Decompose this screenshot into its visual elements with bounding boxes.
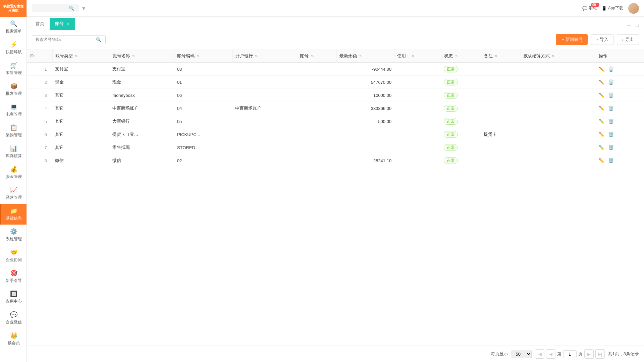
header-search-input[interactable] <box>35 6 69 11</box>
edit-button[interactable]: ✏️ <box>599 106 604 111</box>
delete-button[interactable]: 🗑️ <box>608 66 614 72</box>
bank-col-header[interactable]: 开户银行 ⇅ <box>232 49 297 63</box>
sidebar-item-新手引导[interactable]: 🎯 新手引导 <box>0 266 27 287</box>
header-dropdown-icon[interactable]: ▾ <box>82 5 85 12</box>
edit-button[interactable]: ✏️ <box>599 158 604 163</box>
page-input[interactable] <box>563 350 577 358</box>
usage-col-header[interactable]: 使用... ⇅ <box>394 49 441 63</box>
tab-home-label: 首页 <box>36 21 44 27</box>
sidebar-item-label: 应用中心 <box>6 299 22 304</box>
sidebar-item-label: 库存核算 <box>6 153 22 159</box>
sidebar-item-应用中心[interactable]: 🔲 应用中心 <box>0 287 27 308</box>
first-page-button[interactable]: |◀ <box>535 349 544 359</box>
table-row: 2 现金 现金 01 547670.00 正常 ✏️ 🗑️ <box>27 76 644 89</box>
row-actions: ✏️ 🗑️ <box>596 63 644 76</box>
minimize-icon[interactable]: ─ <box>626 22 632 28</box>
sidebar: 畅捷通好生意 乐惠版 🔍 搜索菜单 ⚡ 快捷导航 🛒 零售管理 📦 批发管理 💻… <box>0 0 27 362</box>
sidebar-item-采购管理[interactable]: 📋 采购管理 <box>0 121 27 141</box>
table-row: 7 其它 零售抵现 STORED... 正常 ✏️ 🗑️ <box>27 141 644 154</box>
sidebar-item-零售管理[interactable]: 🛒 零售管理 <box>0 58 27 79</box>
sidebar-item-label: 经营管理 <box>6 195 22 200</box>
row-bank <box>232 141 297 154</box>
table-row: 8 微信 微信 02 28241.10 正常 ✏️ 🗑️ <box>27 154 644 167</box>
row-usage <box>394 128 441 141</box>
sidebar-item-经营管理[interactable]: 📈 经营管理 <box>0 183 27 204</box>
edit-button[interactable]: ✏️ <box>599 93 604 98</box>
header-right: 💬 消息 99+ 📱 App下载 <box>582 3 639 14</box>
table-wrapper: ⚙ 账号类型 ⇅ 账号名称 ⇅ 账号编码 ⇅ 开户银行 ⇅ 账号 ⇅ 最新余额 … <box>27 49 644 346</box>
sidebar-item-系统管理[interactable]: ⚙️ 系统管理 <box>0 225 27 245</box>
row-code: 03 <box>174 63 232 76</box>
tab-bar: 首页 账号 ✕ ─ □ <box>27 17 644 30</box>
edit-button[interactable]: ✏️ <box>599 145 604 150</box>
sidebar-item-label: 批发管理 <box>6 91 22 97</box>
row-settlement <box>521 102 596 115</box>
row-name: 零售抵现 <box>110 141 174 154</box>
next-page-button[interactable]: ▶ <box>584 349 594 359</box>
row-type: 其它 <box>52 128 110 141</box>
row-name: 提货卡（零... <box>110 128 174 141</box>
row-usage <box>394 63 441 76</box>
last-page-button[interactable]: ▶| <box>595 349 605 359</box>
avatar[interactable] <box>628 3 639 14</box>
sidebar-item-企业协同[interactable]: 🤝 企业协同 <box>0 245 27 266</box>
row-settings <box>27 89 39 102</box>
app-download-label: App下载 <box>608 5 623 11</box>
row-settlement <box>521 128 596 141</box>
delete-button[interactable]: 🗑️ <box>608 132 614 137</box>
edit-button[interactable]: ✏️ <box>599 119 604 124</box>
remark-col-header[interactable]: 备注 ⇅ <box>481 49 521 63</box>
search-box[interactable]: 🔍 <box>32 35 106 44</box>
page-size-select[interactable]: 50 20 100 <box>512 350 532 358</box>
edit-button[interactable]: ✏️ <box>599 79 604 85</box>
sidebar-item-资金管理[interactable]: 💰 资金管理 <box>0 162 27 183</box>
row-index: 4 <box>39 102 52 115</box>
row-name: 中百商场账户 <box>110 102 174 115</box>
row-actions: ✏️ 🗑️ <box>596 76 644 89</box>
balance-col-header[interactable]: 最新余额 ⇅ <box>337 49 394 63</box>
sidebar-item-库存核算[interactable]: 📊 库存核算 <box>0 141 27 162</box>
import-button[interactable]: ↑ 导入 <box>591 34 613 45</box>
tab-close-icon[interactable]: ✕ <box>66 21 70 26</box>
settlement-col-header[interactable]: 默认结算方式 ⇅ <box>521 49 596 63</box>
row-account <box>297 63 337 76</box>
sidebar-item-快捷导航[interactable]: ⚡ 快捷导航 <box>0 38 27 58</box>
delete-button[interactable]: 🗑️ <box>608 93 614 98</box>
sidebar-item-批发管理[interactable]: 📦 批发管理 <box>0 79 27 100</box>
sidebar-item-搜索菜单[interactable]: 🔍 搜索菜单 <box>0 17 27 38</box>
export-button[interactable]: ↓ 导出 <box>617 34 639 45</box>
row-settings <box>27 154 39 167</box>
row-usage <box>394 154 441 167</box>
sidebar-item-基础信息[interactable]: 📁 基础信息 <box>0 204 27 225</box>
row-name: 支付宝 <box>110 63 174 76</box>
edit-button[interactable]: ✏️ <box>599 66 604 72</box>
row-bank <box>232 76 297 89</box>
name-col-header[interactable]: 账号名称 ⇅ <box>110 49 174 63</box>
delete-button[interactable]: 🗑️ <box>608 119 614 124</box>
delete-button[interactable]: 🗑️ <box>608 145 614 150</box>
prev-page-button[interactable]: ◀ <box>546 349 555 359</box>
status-col-header[interactable]: 状态 ⇅ <box>441 49 481 63</box>
column-settings-icon[interactable]: ⚙ <box>30 53 34 59</box>
add-account-button[interactable]: + 新增账号 <box>556 34 588 45</box>
edit-button[interactable]: ✏️ <box>599 132 604 137</box>
type-col-header[interactable]: 账号类型 ⇅ <box>52 49 110 63</box>
code-col-header[interactable]: 账号编码 ⇅ <box>174 49 232 63</box>
search-input[interactable] <box>36 37 96 42</box>
account-col-header[interactable]: 账号 ⇅ <box>297 49 337 63</box>
messages-button[interactable]: 💬 消息 99+ <box>582 5 597 11</box>
sidebar-item-畅会员[interactable]: 👑 畅会员 <box>0 328 27 349</box>
table-row: 3 其它 moneybosx 06 10000.00 正常 ✏️ 🗑️ <box>27 89 644 102</box>
sidebar-item-企业微信[interactable]: 💬 企业微信 <box>0 308 27 328</box>
app-download-button[interactable]: 📱 App下载 <box>602 5 623 11</box>
header-search[interactable]: 🔍 <box>32 4 79 12</box>
sidebar-item-电商管理[interactable]: 💻 电商管理 <box>0 100 27 121</box>
tab-account[interactable]: 账号 ✕ <box>50 18 75 30</box>
sidebar-item-label: 新手引导 <box>6 278 22 284</box>
message-icon: 💬 <box>582 6 587 11</box>
tab-home[interactable]: 首页 <box>30 18 50 30</box>
delete-button[interactable]: 🗑️ <box>608 79 614 85</box>
maximize-icon[interactable]: □ <box>634 22 641 28</box>
delete-button[interactable]: 🗑️ <box>608 158 614 163</box>
delete-button[interactable]: 🗑️ <box>608 106 614 111</box>
